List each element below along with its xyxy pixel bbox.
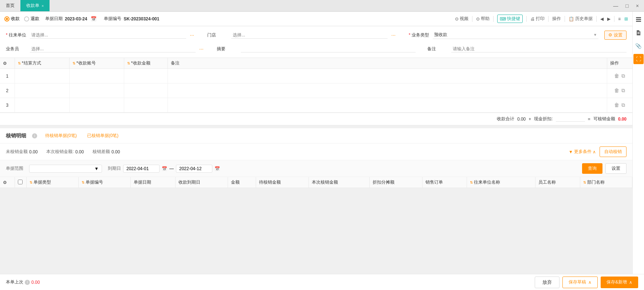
sort-icon[interactable]: ⇅ bbox=[583, 180, 586, 184]
delete-icon[interactable]: 🗑 bbox=[614, 87, 619, 94]
auto-reconcile-button[interactable]: 自动核销 bbox=[600, 146, 627, 157]
maximize-button[interactable]: □ bbox=[623, 2, 631, 9]
save-draft-button[interactable]: 保存草稿 ∧ bbox=[562, 277, 598, 288]
save-new-button[interactable]: 保存&新增 ∧ bbox=[601, 277, 638, 288]
operation-button[interactable]: 操作 bbox=[552, 16, 561, 22]
sidebar-attachment-icon[interactable]: 📎 bbox=[633, 41, 644, 51]
receipt-type-group: 收款 退款 bbox=[4, 16, 39, 22]
sort-icon[interactable]: ⇅ bbox=[30, 180, 32, 184]
store-input[interactable] bbox=[231, 32, 388, 39]
copy-icon[interactable]: ⧉ bbox=[621, 73, 625, 79]
video-button[interactable]: ⊙ 视频 bbox=[455, 16, 468, 22]
due-date-field: 到期日 📅 — 📅 bbox=[108, 165, 220, 173]
next-button[interactable]: ▶ bbox=[607, 16, 610, 21]
print-button[interactable]: 🖨 打印 bbox=[530, 16, 545, 22]
recon-table: ⚙ ⇅ 单据类型 ⇅ 单据编号 bbox=[0, 177, 632, 188]
select-all-checkbox[interactable] bbox=[18, 180, 23, 184]
tab-receipt[interactable]: 收款单 × bbox=[20, 0, 50, 11]
plus-sign: + bbox=[529, 117, 531, 122]
sort-icon[interactable]: ⇅ bbox=[82, 180, 85, 184]
sort-icon[interactable]: ⇅ bbox=[18, 61, 21, 65]
amount-cell[interactable] bbox=[124, 83, 168, 98]
discount-th: 折扣分摊额 bbox=[370, 177, 423, 188]
calendar-icon[interactable]: 📅 bbox=[89, 15, 98, 22]
remark-cell[interactable] bbox=[168, 98, 607, 113]
settlement-cell[interactable] bbox=[15, 98, 69, 113]
sort-icon2[interactable]: ⇅ bbox=[72, 61, 75, 65]
amount-th: 金额 bbox=[228, 177, 256, 188]
sidebar-document-icon[interactable] bbox=[633, 28, 644, 38]
close-icon[interactable]: × bbox=[42, 4, 44, 8]
account-cell[interactable] bbox=[69, 83, 124, 98]
sort-icon[interactable]: ⇅ bbox=[470, 180, 473, 184]
calendar-to-icon[interactable]: 📅 bbox=[215, 166, 220, 171]
staff-more-button[interactable]: ··· bbox=[198, 46, 205, 52]
account-cell[interactable] bbox=[69, 98, 124, 113]
delete-icon[interactable]: 🗑 bbox=[614, 73, 619, 79]
sidebar-table-icon[interactable] bbox=[633, 15, 644, 25]
gear-icon[interactable]: ⚙ bbox=[3, 61, 7, 66]
recon-filter: 单据范围 ▼ 到期日 📅 — 📅 查询 设置 bbox=[0, 160, 632, 177]
delete-icon[interactable]: 🗑 bbox=[614, 102, 619, 108]
copy-icon[interactable]: ⧉ bbox=[621, 102, 625, 108]
prev-button[interactable]: ◀ bbox=[600, 16, 604, 21]
amount-cell[interactable] bbox=[124, 69, 168, 83]
discount-input[interactable] bbox=[556, 116, 585, 122]
pending-tab[interactable]: 待核销单据(0笔) bbox=[43, 132, 79, 140]
range-select[interactable]: ▼ bbox=[29, 165, 102, 173]
close-window-button[interactable]: × bbox=[634, 2, 641, 9]
sidebar-expand-icon[interactable]: ⛶ bbox=[633, 54, 644, 64]
doc-type-th: ⇅ 单据类型 bbox=[26, 177, 78, 188]
note-input[interactable] bbox=[451, 46, 627, 52]
total-label: 收款合计 bbox=[497, 116, 514, 122]
amount-cell[interactable] bbox=[124, 98, 168, 113]
window-controls: — □ × bbox=[611, 2, 644, 9]
business-type-select[interactable]: 预收款 ▼ bbox=[433, 31, 598, 39]
shortcut-button[interactable]: ⌨ 快捷键 bbox=[497, 15, 523, 23]
refund-radio[interactable]: 退款 bbox=[24, 16, 39, 22]
checkbox-th bbox=[15, 177, 26, 188]
list-icon[interactable]: ≡ bbox=[618, 16, 621, 21]
form-section: * 往来单位 ··· 门店 ··· * 业务类型 bbox=[0, 26, 632, 58]
account-cell[interactable] bbox=[69, 69, 124, 83]
copy-icon[interactable]: ⧉ bbox=[621, 87, 625, 94]
right-sidebar: 📎 ⛶ bbox=[632, 12, 644, 274]
query-button[interactable]: 查询 bbox=[582, 163, 602, 174]
current-stat: 本次核销金额: 0.00 bbox=[46, 149, 84, 155]
footer-info-icon[interactable]: i bbox=[25, 280, 30, 285]
unverified-label: 未核销金额 bbox=[6, 149, 28, 155]
minimize-button[interactable]: — bbox=[611, 2, 620, 9]
receipt-radio-dot bbox=[4, 16, 9, 21]
counterpart-more-button[interactable]: ··· bbox=[188, 32, 196, 38]
remark-cell[interactable] bbox=[168, 69, 607, 83]
settings-button[interactable]: ⚙ 设置 bbox=[604, 31, 627, 40]
filter-settings-button[interactable]: 设置 bbox=[605, 163, 627, 174]
grid-icon[interactable]: ⊞ bbox=[624, 16, 628, 21]
done-tab[interactable]: 已核销单据(0笔) bbox=[85, 132, 121, 140]
calendar-from-icon[interactable]: 📅 bbox=[162, 166, 167, 171]
receipt-radio[interactable]: 收款 bbox=[4, 16, 20, 22]
entries-table: ⚙ ⇅ *结算方式 ⇅ *收款账号 ⇅ *收款金额 bbox=[0, 58, 632, 113]
discard-button[interactable]: 放弃 bbox=[535, 277, 559, 288]
doc-num-th: ⇅ 单据编号 bbox=[78, 177, 130, 188]
settlement-label: *结算方式 bbox=[22, 60, 41, 66]
recon-stats: 未核销金额 0.00 本次核销金额: 0.00 核销差额 0.00 ▼ 更多条件… bbox=[0, 144, 632, 160]
remark-cell[interactable] bbox=[168, 83, 607, 98]
settlement-cell[interactable] bbox=[15, 83, 69, 98]
date-to-input[interactable] bbox=[176, 165, 212, 173]
date-from-input[interactable] bbox=[123, 165, 160, 173]
tab-home[interactable]: 首页 bbox=[0, 0, 20, 11]
store-more-button[interactable]: ··· bbox=[390, 32, 397, 38]
info-icon[interactable]: i bbox=[32, 133, 37, 138]
staff-input[interactable] bbox=[30, 46, 196, 52]
history-icon: 📋 bbox=[569, 16, 574, 21]
sort-icon3[interactable]: ⇅ bbox=[127, 61, 130, 65]
help-button[interactable]: ⊙ 帮助 bbox=[476, 16, 490, 22]
more-conditions-button[interactable]: ▼ 更多条件 ∧ bbox=[569, 149, 596, 155]
settlement-cell[interactable] bbox=[15, 69, 69, 83]
tab-bar: 首页 收款单 × — □ × bbox=[0, 0, 644, 12]
recon-gear-icon[interactable]: ⚙ bbox=[3, 180, 7, 185]
history-button[interactable]: 📋 历史单据 bbox=[569, 16, 593, 22]
counterpart-input[interactable] bbox=[30, 32, 186, 39]
summary-input[interactable] bbox=[241, 46, 416, 52]
